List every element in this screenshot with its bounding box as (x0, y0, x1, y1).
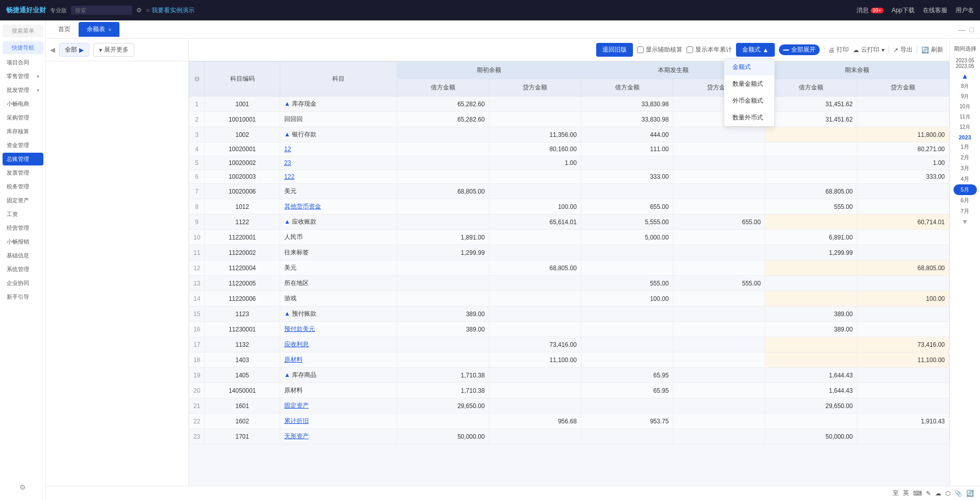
month-11[interactable]: 11月 (953, 112, 977, 122)
month-4[interactable]: 4月 (953, 174, 977, 184)
sidebar-item-expense[interactable]: 小畅报销 (3, 235, 43, 248)
filter-left-arrow-icon[interactable]: ◀ (50, 46, 55, 54)
filter-all-btn[interactable]: 全部 ▶ (59, 43, 89, 57)
row-subject[interactable]: 累计折旧 (280, 414, 397, 429)
sidebar-item-ecommerce[interactable]: 小畅电商 (3, 98, 43, 110)
row-credit_open (489, 398, 581, 414)
month-1[interactable]: 1月 (953, 141, 977, 152)
statusbar-zh-icon[interactable]: 至 (893, 489, 899, 497)
row-subject[interactable]: 预付款美元 (280, 322, 397, 337)
toggle-switch[interactable] (783, 50, 789, 51)
month-8[interactable]: 8月 (953, 81, 977, 91)
year-nav-up-icon[interactable]: ▲ (962, 72, 969, 80)
sidebar-item-inventory[interactable]: 库存核算 (3, 125, 43, 138)
month-7[interactable]: 7月 (953, 206, 977, 217)
sidebar-item-collab[interactable]: 企业协同 (3, 277, 43, 290)
row-subject[interactable]: 无形资产 (280, 429, 397, 444)
expand-all-toggle[interactable]: 全部展开 (779, 44, 820, 55)
demo-link[interactable]: ○ 我要看实例演示 (146, 6, 194, 15)
tab-balance[interactable]: 余额表 × (79, 22, 119, 37)
year-nav-down-icon[interactable]: ▼ (962, 218, 969, 226)
sidebar-item-salary[interactable]: 工资 (3, 208, 43, 221)
sidebar-item-tax[interactable]: 税务管理 (3, 180, 43, 193)
row-subject[interactable]: 固定资产 (280, 398, 397, 414)
row-subject[interactable]: 其他货币资金 (280, 199, 397, 215)
dropdown-item-fx-jine[interactable]: 外币金额式 (724, 92, 774, 109)
cloud-print-btn[interactable]: ☁ 云打印 ▾ (853, 45, 885, 54)
th-settings[interactable]: ⚙ (189, 62, 205, 97)
sidebar-item-system[interactable]: 系统管理 (3, 263, 43, 276)
row-subject[interactable]: 122 (280, 170, 397, 184)
sidebar-item-purchase[interactable]: 采购管理 (3, 111, 43, 124)
amount-mode-btn[interactable]: 金额式 ▲ (736, 43, 775, 57)
table-area: 退回旧版 显示辅助核算 显示本年累计 金额式 ▲ (189, 39, 949, 486)
refresh-btn[interactable]: 🔄 刷新 (921, 45, 943, 54)
row-subject: 所在地区 (280, 276, 397, 291)
statusbar-hex-icon[interactable]: ⬡ (945, 490, 950, 497)
toolbar-right: 退回旧版 显示辅助核算 显示本年累计 金额式 ▲ (596, 43, 943, 57)
row-subject[interactable]: 原材料 (280, 352, 397, 368)
export-icon: ↗ (893, 46, 898, 54)
tab-minimize-icon[interactable]: — (959, 26, 966, 34)
show-aux-checkbox[interactable]: 显示辅助核算 (637, 45, 682, 54)
sidebar-search[interactable]: 搜索菜单 (3, 25, 43, 37)
row-subject[interactable]: 12 (280, 142, 397, 156)
online-service-btn[interactable]: 在线客服 (923, 6, 947, 15)
tab-home[interactable]: 首页 (52, 22, 77, 37)
sidebar-item-ledger[interactable]: 总账管理 (3, 153, 43, 165)
ytd-checkbox-input[interactable] (687, 46, 693, 53)
row-credit_close: 1,910.43 (857, 414, 949, 429)
sidebar-gear-icon[interactable]: ⚙ (3, 481, 43, 494)
table-row: 91122▲ 应收账款65,614.015,555.00655.0060,714… (189, 215, 949, 230)
filter-expand-btn[interactable]: ▾ 展开更多 (93, 43, 134, 57)
tab-maximize-icon[interactable]: □ (970, 26, 974, 34)
statusbar-cloud-icon[interactable]: ☁ (935, 490, 941, 497)
row-credit_open: 956.68 (489, 414, 581, 429)
row-credit_open (489, 97, 581, 112)
statusbar-attach-icon[interactable]: 📎 (954, 490, 962, 497)
row-subject[interactable]: 23 (280, 156, 397, 170)
print-btn[interactable]: 🖨 打印 (828, 45, 849, 54)
sidebar-item-invoice[interactable]: 发票管理 (3, 166, 43, 179)
sidebar-item-wholesale[interactable]: 批发管理▾ (3, 84, 43, 97)
statusbar-keyboard-icon[interactable]: ⌨ (913, 490, 922, 497)
month-5[interactable]: 5月 (953, 184, 977, 195)
topbar-search-input[interactable] (71, 6, 132, 15)
msg-btn[interactable]: 消息 99+ (856, 6, 884, 15)
sidebar-item-assets[interactable]: 固定资产 (3, 194, 43, 207)
row-subject[interactable]: 应收利息 (280, 337, 397, 352)
app-download-btn[interactable]: App下载 (892, 6, 915, 15)
dropdown-item-qty-fx[interactable]: 数量外币式 (724, 109, 774, 126)
row-credit_curr (673, 291, 765, 306)
month-9[interactable]: 9月 (953, 91, 977, 102)
month-10[interactable]: 10月 (953, 102, 977, 112)
statusbar-edit-icon[interactable]: ✎ (926, 490, 931, 497)
settings-icon[interactable]: ⚙ (136, 7, 142, 14)
table-settings-icon[interactable]: ⚙ (194, 75, 200, 83)
row-debit_open (397, 352, 489, 368)
month-3[interactable]: 3月 (953, 163, 977, 174)
sidebar-item-basic[interactable]: 基础信息 (3, 249, 43, 262)
dropdown-item-jine[interactable]: 金额式 (724, 59, 774, 76)
sidebar-item-operations[interactable]: 经营管理 (3, 222, 43, 234)
sidebar-item-project[interactable]: 项目合同 (3, 56, 43, 69)
username-display[interactable]: 用户名 (955, 6, 974, 15)
tab-close-icon[interactable]: × (108, 27, 111, 33)
statusbar-en-icon[interactable]: 英 (903, 489, 909, 497)
statusbar-sync-icon[interactable]: 🔄 (966, 490, 974, 497)
row-credit_curr (673, 322, 765, 337)
aux-checkbox-input[interactable] (637, 46, 644, 53)
sidebar-quick-nav[interactable]: 快捷导航 (3, 41, 43, 54)
toolbar-divider1 (824, 46, 824, 54)
sidebar-item-retail[interactable]: 零售管理▾ (3, 70, 43, 83)
export-btn[interactable]: ↗ 导出 (893, 45, 913, 54)
month-2[interactable]: 2月 (953, 152, 977, 163)
month-6[interactable]: 6月 (953, 195, 977, 206)
table-row: 210010001回回回65,282.6033,830.9831,451.62 (189, 112, 949, 127)
show-ytd-checkbox[interactable]: 显示本年累计 (687, 45, 732, 54)
back-btn[interactable]: 退回旧版 (596, 43, 633, 57)
dropdown-item-qty-jine[interactable]: 数量金额式 (724, 76, 774, 92)
sidebar-item-capital[interactable]: 资金管理 (3, 139, 43, 152)
month-12[interactable]: 12月 (953, 122, 977, 132)
sidebar-item-guide[interactable]: 新手引导 (3, 291, 43, 303)
